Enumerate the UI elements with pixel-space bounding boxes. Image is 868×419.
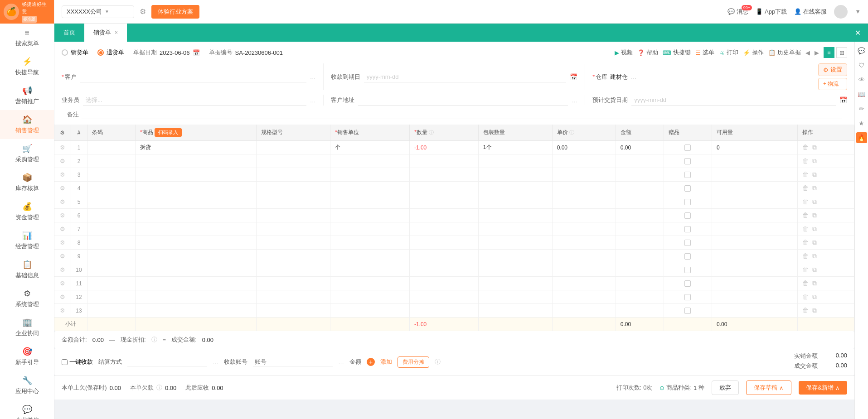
rp-shield-btn[interactable]: 🛡 (856, 60, 867, 71)
rp-fire-btn[interactable]: 🔥 (856, 132, 867, 143)
delete-icon[interactable]: 🗑 (802, 307, 809, 314)
delete-icon[interactable]: 🗑 (802, 252, 809, 260)
row-settings-icon[interactable]: ⚙ (60, 171, 65, 178)
row-settings-icon[interactable]: ⚙ (60, 294, 65, 300)
sidebar-item-newbie[interactable]: 🎯 新手引导 (0, 342, 54, 371)
radio-return-order[interactable]: 退货单 (97, 48, 124, 57)
row-qty[interactable] (409, 250, 478, 263)
sidebar-item-operations[interactable]: 📊 经营管理 (0, 226, 54, 255)
rp-book-btn[interactable]: 📖 (856, 89, 867, 100)
sidebar-item-enterprise[interactable]: 🏢 企业协同 (0, 313, 54, 342)
calendar-icon[interactable]: 📅 (193, 49, 200, 56)
row-qty[interactable] (409, 304, 478, 318)
delete-icon[interactable]: 🗑 (802, 157, 809, 165)
save-draft-button[interactable]: 保存草稿 ∧ (746, 380, 791, 395)
row-qty[interactable] (409, 154, 478, 168)
delete-icon[interactable]: 🗑 (802, 239, 809, 246)
customer-dots[interactable]: … (310, 73, 316, 80)
receive-calendar-icon[interactable]: 📅 (570, 73, 577, 81)
add-amount-btn[interactable]: + (367, 358, 375, 366)
sidebar-item-finance[interactable]: 💰 资金管理 (0, 197, 54, 226)
row-product[interactable] (135, 154, 257, 168)
chevron-down-icon[interactable]: ▼ (855, 8, 861, 15)
grid-view-btn[interactable]: ⊞ (836, 47, 847, 58)
customer-input[interactable] (80, 72, 306, 82)
copy-icon[interactable]: ⧉ (812, 212, 817, 219)
row-product[interactable] (135, 168, 257, 182)
row-qty[interactable] (409, 222, 478, 236)
help-circle-icon[interactable]: ⓘ (151, 336, 157, 344)
delete-icon[interactable]: 🗑 (802, 279, 809, 287)
row-product[interactable] (135, 290, 257, 304)
row-settings-icon[interactable]: ⚙ (60, 226, 65, 232)
sidebar-item-inventory[interactable]: 📦 库存核算 (0, 168, 54, 197)
app-download-button[interactable]: 📱 App下载 (756, 8, 787, 16)
row-settings-icon[interactable]: ⚙ (60, 185, 65, 192)
discard-button[interactable]: 放弃 (712, 380, 739, 395)
receive-date-input[interactable] (364, 72, 567, 82)
sidebar-item-search[interactable]: ≡ 搜索菜单 (0, 24, 54, 52)
copy-icon[interactable]: ⧉ (812, 252, 817, 260)
help-btn[interactable]: ❓ 帮助 (637, 48, 658, 57)
gift-checkbox[interactable] (684, 172, 691, 178)
row-settings-icon[interactable]: ⚙ (60, 198, 65, 205)
gift-checkbox[interactable] (684, 294, 691, 300)
gift-checkbox[interactable] (684, 226, 691, 232)
account-input[interactable] (253, 357, 333, 366)
gift-checkbox[interactable] (684, 212, 691, 219)
sidebar-item-wechat[interactable]: 💬 企业微信 (0, 400, 54, 419)
expense-btn[interactable]: 费用分摊 (398, 356, 429, 368)
copy-icon[interactable]: ⧉ (812, 279, 817, 287)
settlement-input[interactable] (127, 357, 207, 366)
rp-edit-btn[interactable]: ✏ (856, 103, 867, 114)
gear-icon[interactable]: ⚙ (140, 7, 146, 16)
row-settings-icon[interactable]: ⚙ (60, 307, 65, 314)
tab-close-icon[interactable]: × (115, 29, 118, 36)
settlement-dots[interactable]: … (213, 359, 218, 366)
row-qty[interactable] (409, 236, 478, 250)
company-selector[interactable]: XXXXXX公司 ▼ (62, 5, 134, 18)
tab-panel-close-button[interactable]: ✕ (848, 24, 868, 42)
row-product[interactable] (135, 222, 257, 236)
row-product[interactable] (135, 277, 257, 290)
gift-checkbox[interactable] (684, 253, 691, 260)
gift-checkbox[interactable] (684, 267, 691, 273)
copy-icon[interactable]: ⧉ (812, 144, 817, 151)
row-product[interactable] (135, 182, 257, 195)
rp-star-btn[interactable]: ★ (856, 118, 867, 129)
row-qty[interactable] (409, 290, 478, 304)
row-qty[interactable] (409, 195, 478, 209)
gift-checkbox[interactable] (684, 185, 691, 192)
row-qty[interactable] (409, 277, 478, 290)
copy-icon[interactable]: ⧉ (812, 198, 817, 206)
delete-icon[interactable]: 🗑 (802, 198, 809, 206)
row-product[interactable] (135, 195, 257, 209)
print-btn[interactable]: 🖨 打印 (719, 48, 738, 57)
delete-icon[interactable]: 🗑 (802, 293, 809, 301)
warehouse-dots[interactable]: … (630, 73, 636, 80)
user-avatar[interactable] (834, 5, 848, 19)
nav-prev-icon[interactable]: ◀ (805, 49, 810, 56)
tab-home[interactable]: 首页 (54, 24, 84, 42)
row-settings-icon[interactable]: ⚙ (60, 266, 65, 273)
copy-icon[interactable]: ⧉ (812, 239, 817, 246)
sidebar-item-marketing[interactable]: 📢 营销推广 (0, 81, 54, 110)
row-settings-icon[interactable]: ⚙ (60, 253, 65, 260)
date-value[interactable]: 2023-06-06 (160, 49, 190, 56)
online-service-button[interactable]: 👤 在线客服 (794, 8, 827, 16)
gift-checkbox[interactable] (684, 240, 691, 246)
delete-icon[interactable]: 🗑 (802, 144, 809, 151)
action-btn[interactable]: ⚡ 操作 (743, 48, 764, 57)
row-qty[interactable]: -1.00 (409, 141, 478, 154)
nav-next-icon[interactable]: ▶ (815, 49, 819, 56)
expense-help-icon[interactable]: ⓘ (435, 358, 441, 366)
gift-checkbox[interactable] (684, 199, 691, 205)
tab-sales-order[interactable]: 销货单 × (84, 24, 127, 42)
debt-help-icon[interactable]: ⓘ (156, 384, 162, 392)
copy-icon[interactable]: ⧉ (812, 266, 817, 274)
row-product[interactable] (135, 250, 257, 263)
gift-checkbox[interactable] (684, 158, 691, 164)
sidebar-item-sales[interactable]: 🏠 销售管理 (0, 110, 54, 139)
row-qty[interactable] (409, 182, 478, 195)
shortcut-btn[interactable]: ⌨ 快捷键 (663, 48, 691, 57)
